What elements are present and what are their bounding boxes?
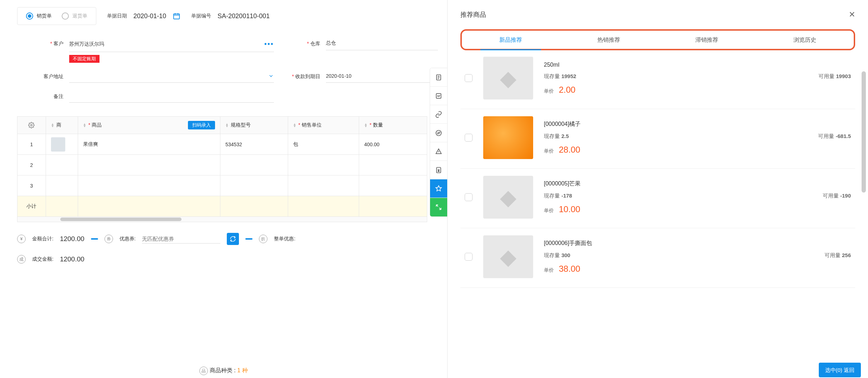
sku-label: 商品种类 : <box>210 367 236 373</box>
avail-label: 可用量 <box>823 193 840 199</box>
tab-history[interactable]: 浏览历史 <box>793 36 816 44</box>
subtotal-row: 小计 <box>17 196 427 217</box>
svg-point-4 <box>436 130 441 136</box>
rail-chart-icon[interactable] <box>430 87 447 105</box>
vertical-scrollbar[interactable] <box>862 71 866 193</box>
table-row[interactable]: 1 果倍爽 534532 包 400.00 <box>17 134 427 155</box>
rail-expand-icon[interactable] <box>430 198 447 216</box>
rail-star-icon[interactable] <box>430 179 447 198</box>
sort-icon[interactable]: ▲▼ <box>225 123 229 127</box>
scan-input-badge[interactable]: 扫码录入 <box>188 121 215 129</box>
deal-label: 成交金额: <box>32 256 53 262</box>
cell-unit[interactable]: 包 <box>288 134 359 154</box>
chevron-down-icon[interactable] <box>268 73 274 79</box>
amount-label: 金额合计: <box>32 236 53 242</box>
product-checkbox[interactable] <box>465 134 473 142</box>
rail-money-icon[interactable] <box>430 161 447 179</box>
stock-value: -178 <box>561 193 572 199</box>
remark-label: 备注 <box>17 92 63 100</box>
radio-sale-label: 销货单 <box>37 13 52 19</box>
price-value: 10.00 <box>559 204 580 214</box>
radio-checked-icon <box>26 12 33 20</box>
warehouse-label: 仓库 <box>274 39 320 47</box>
product-image-placeholder: ◆ <box>483 235 533 278</box>
table-row[interactable]: 3 <box>17 175 427 196</box>
product-item: ◆ 250ml 现存量 19952 可用量 19903 单价2.00 <box>460 57 855 109</box>
tab-underline <box>480 49 541 50</box>
col-spec-header: 规格型号 <box>231 122 251 128</box>
address-label: 客户地址 <box>17 72 63 80</box>
rail-warning-icon[interactable] <box>430 142 447 161</box>
select-return-button[interactable]: 选中(0) 返回 <box>819 363 861 377</box>
duedate-label: 收款到期日 <box>274 72 320 80</box>
whole-discount-label: 整单优惠: <box>274 236 295 242</box>
avail-value: 19903 <box>836 73 851 79</box>
close-icon[interactable]: ✕ <box>849 10 855 19</box>
avail-label: 可用量 <box>818 133 836 139</box>
radio-return-label: 退货单 <box>72 13 87 19</box>
customer-label: 客户 <box>17 39 63 47</box>
coupon-label: 优惠券: <box>119 236 136 242</box>
sort-icon[interactable]: ▲▼ <box>364 123 367 127</box>
product-checkbox[interactable] <box>465 74 473 82</box>
product-item: [0000004]橘子 现存量 2.5 可用量 -681.5 单价28.00 <box>460 109 855 169</box>
doc-date-label: 单据日期 <box>107 13 127 19</box>
product-item: ◆ [0000005]芒果 现存量 -178 可用量 -190 单价10.00 <box>460 169 855 228</box>
subtotal-label: 小计 <box>17 196 46 216</box>
cell-product[interactable]: 果倍爽 <box>78 134 220 154</box>
currency-icon: ¥ <box>17 235 26 243</box>
sku-icon: 品 <box>199 367 208 375</box>
order-type-tabs: 销货单 退货单 <box>17 7 96 25</box>
stock-label: 现存量 <box>544 252 561 258</box>
cell-spec[interactable]: 534532 <box>220 134 288 154</box>
coupon-input[interactable] <box>142 234 220 244</box>
rail-link-icon[interactable] <box>430 105 447 124</box>
address-input[interactable] <box>69 72 274 83</box>
discount-icon: 折 <box>259 235 267 243</box>
coupon-icon: 券 <box>104 235 113 243</box>
avail-label: 可用量 <box>824 252 842 258</box>
stock-label: 现存量 <box>544 193 561 199</box>
doc-no-label: 单据编号 <box>191 13 211 19</box>
radio-sale[interactable]: 销货单 <box>26 12 52 20</box>
radio-return[interactable]: 退货单 <box>62 12 87 20</box>
warehouse-input[interactable]: 总仓 <box>326 39 438 50</box>
summary-bar: 品 商品种类 : 1 种 <box>0 367 447 375</box>
ellipsis-icon[interactable]: ••• <box>264 40 274 48</box>
rail-exchange-icon[interactable] <box>430 124 447 142</box>
price-label: 单价 <box>544 148 554 154</box>
doc-date-value[interactable]: 2020-01-10 <box>133 12 166 20</box>
product-checkbox[interactable] <box>465 253 473 261</box>
horizontal-scrollbar[interactable] <box>17 217 427 222</box>
cell-qty[interactable]: 400.00 <box>359 134 427 154</box>
sort-icon[interactable]: ▲▼ <box>293 123 296 127</box>
tab-hot[interactable]: 热销推荐 <box>597 36 620 44</box>
product-name: 250ml <box>544 62 851 68</box>
doc-no-value: SA-20200110-001 <box>218 12 270 20</box>
product-thumb <box>51 137 65 152</box>
product-checkbox[interactable] <box>465 193 473 201</box>
refresh-button[interactable] <box>227 233 239 245</box>
col-unit-header: 销售单位 <box>298 122 322 128</box>
tab-new[interactable]: 新品推荐 <box>499 36 522 44</box>
col-img-header: 商 <box>56 122 61 128</box>
dash-icon <box>91 238 98 240</box>
sku-count: 1 <box>237 367 240 373</box>
remark-input[interactable] <box>69 92 274 103</box>
sort-icon[interactable]: ▲▼ <box>83 123 86 127</box>
sort-icon[interactable]: ▲▼ <box>51 123 54 127</box>
table-row[interactable]: 2 <box>17 155 427 175</box>
calendar-icon[interactable] <box>173 12 180 20</box>
price-value: 38.00 <box>559 264 580 274</box>
tab-slow[interactable]: 滞销推荐 <box>695 36 718 44</box>
refresh-icon <box>230 236 236 242</box>
product-list: ◆ 250ml 现存量 19952 可用量 19903 单价2.00 [0000… <box>460 57 855 378</box>
gear-icon[interactable] <box>28 122 35 128</box>
duedate-input[interactable]: 2020-01-10 <box>326 72 438 83</box>
customer-input[interactable]: 苏州万达沃尔玛 ••• <box>69 39 274 52</box>
deal-icon: 成 <box>17 255 26 264</box>
deal-value: 1200.00 <box>60 255 85 263</box>
stock-value: 19952 <box>561 73 576 79</box>
duedate-value: 2020-01-10 <box>326 73 352 79</box>
rail-doc-icon[interactable] <box>430 68 447 87</box>
